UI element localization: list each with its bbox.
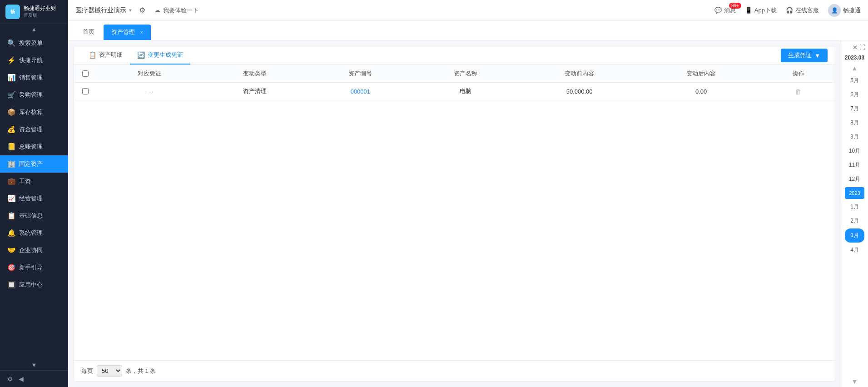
month-1[interactable]: 1月 — [841, 200, 868, 214]
scroll-up-arrow[interactable]: ▲ — [841, 63, 868, 74]
phone-icon: 📱 — [745, 7, 752, 14]
sidebar-item-quicknav[interactable]: ⚡ 快捷导航 — [0, 52, 68, 69]
month-3-active[interactable]: 3月 — [845, 228, 864, 243]
scroll-down-arrow[interactable]: ▼ — [841, 376, 868, 387]
basicinfo-icon: 📋 — [7, 212, 15, 220]
panel-tab1-label: 资产明细 — [99, 51, 123, 59]
col-change-type: 变动类型 — [202, 65, 308, 83]
generate-btn-arrow: ▼ — [814, 52, 820, 59]
month-4[interactable]: 4月 — [841, 243, 868, 257]
enterprise-icon: 🤝 — [7, 246, 15, 254]
panel-tab-asset-detail[interactable]: 📋 资产明细 — [81, 46, 130, 64]
settings-icon[interactable]: ⚙ — [7, 375, 13, 382]
table-row: -- 资产清理 000001 电脑 50,000.00 0.00 🗑 — [74, 83, 835, 100]
message-btn[interactable]: 💬 消息 99+ — [714, 6, 736, 15]
row-asset-no: 000001 — [308, 83, 413, 100]
app-download-label: App下载 — [754, 6, 777, 15]
expand-panel-icon[interactable]: ⛶ — [859, 44, 865, 51]
total-text: 条，共 1 条 — [126, 367, 156, 375]
row-asset-name: 电脑 — [413, 83, 518, 100]
sidebar-item-basicinfo[interactable]: 📋 基础信息 — [0, 207, 68, 224]
purchase-icon: 🛒 — [7, 91, 15, 99]
sidebar-item-ledger[interactable]: 📒 总账管理 — [0, 138, 68, 155]
change-icon: 🔄 — [137, 51, 145, 59]
sales-icon: 📊 — [7, 74, 15, 82]
payroll-icon: 💼 — [7, 177, 15, 185]
header-right: 💬 消息 99+ 📱 App下载 🎧 在线客服 👤 畅捷通 — [714, 4, 861, 17]
logo-icon: 畅 — [5, 5, 20, 19]
quicknav-icon: ⚡ — [7, 56, 15, 64]
panel-tabs: 📋 资产明细 🔄 变更生成凭证 生成凭证 ▼ — [74, 46, 835, 65]
month-2[interactable]: 2月 — [841, 214, 868, 228]
ledger-icon: 📒 — [7, 143, 15, 151]
inventory-icon: 📦 — [7, 108, 15, 116]
logo-edition: 普及版 — [24, 12, 56, 19]
generate-voucher-button[interactable]: 生成凭证 ▼ — [781, 49, 828, 62]
customer-service-btn[interactable]: 🎧 在线客服 — [786, 6, 819, 15]
collapse-icon[interactable]: ◀ — [19, 375, 24, 382]
col-after-change: 变动后内容 — [640, 65, 762, 83]
sidebar-nav: 🔍 搜索菜单 ⚡ 快捷导航 📊 销售管理 🛒 采购管理 📦 库存核算 💰 资金管… — [0, 35, 68, 360]
select-all-checkbox[interactable] — [82, 70, 89, 77]
sidebar-item-purchase[interactable]: 🛒 采购管理 — [0, 86, 68, 104]
message-badge: 99+ — [729, 3, 741, 9]
per-page-select[interactable]: 10 20 50 100 — [97, 365, 122, 377]
user-menu-btn[interactable]: 👤 畅捷通 — [828, 4, 861, 17]
header: 医疗器械行业演示 ▾ ⚙ ☁ 我要体验一下 💬 消息 99+ 📱 App下载 🎧… — [68, 0, 868, 21]
tab-home[interactable]: 首页 — [75, 25, 102, 40]
guide-icon: 🎯 — [7, 263, 15, 272]
main-area: 医疗器械行业演示 ▾ ⚙ ☁ 我要体验一下 💬 消息 99+ 📱 App下载 🎧… — [68, 0, 868, 387]
app-download-btn[interactable]: 📱 App下载 — [745, 6, 777, 15]
sidebar-item-fixedassets[interactable]: 🏢 固定资产 — [0, 155, 68, 173]
panel-tab2-label: 变更生成凭证 — [148, 51, 183, 59]
month-10[interactable]: 10月 — [841, 144, 868, 158]
month-6[interactable]: 6月 — [841, 88, 868, 102]
experience-btn[interactable]: ☁ 我要体验一下 — [154, 6, 198, 15]
sidebar-item-search[interactable]: 🔍 搜索菜单 — [0, 35, 68, 52]
month-list: 5月 6月 7月 8月 9月 10月 11月 12月 2023 1月 2月 3月… — [841, 74, 868, 376]
system-icon: 🔔 — [7, 229, 15, 237]
col-asset-no: 资产编号 — [308, 65, 413, 83]
company-name: 医疗器械行业演示 — [75, 6, 126, 15]
change-table: 对应凭证 变动类型 资产编号 资产名称 变动前内容 变动后内容 操作 — [74, 65, 835, 100]
close-panel-icon[interactable]: ✕ — [853, 44, 858, 51]
sidebar-scroll-down[interactable]: ▼ — [0, 360, 68, 370]
year-tag-2023: 2023 — [845, 187, 864, 199]
sidebar-item-system[interactable]: 🔔 系统管理 — [0, 224, 68, 242]
sidebar-item-fund[interactable]: 💰 资金管理 — [0, 121, 68, 138]
month-5[interactable]: 5月 — [841, 74, 868, 88]
month-12[interactable]: 12月 — [841, 172, 868, 186]
pagination: 每页 10 20 50 100 条，共 1 条 — [74, 360, 835, 381]
month-8[interactable]: 8月 — [841, 116, 868, 130]
sidebar-item-inventory[interactable]: 📦 库存核算 — [0, 104, 68, 121]
sidebar-item-operations[interactable]: 📈 经营管理 — [0, 190, 68, 207]
month-11[interactable]: 11月 — [841, 158, 868, 172]
right-panel: ✕ ⛶ 2023.03 ▲ 5月 6月 7月 8月 9月 10月 11月 12月… — [841, 40, 868, 387]
message-icon: 💬 — [714, 7, 722, 14]
sidebar-item-appcenter[interactable]: 🔲 应用中心 — [0, 276, 68, 293]
sidebar-item-enterprise[interactable]: 🤝 企业协同 — [0, 242, 68, 259]
settings-gear-icon[interactable]: ⚙ — [139, 6, 145, 15]
month-9[interactable]: 9月 — [841, 130, 868, 144]
tab-close-icon[interactable]: × — [140, 30, 143, 35]
delete-icon[interactable]: 🗑 — [795, 88, 802, 95]
avatar: 👤 — [828, 4, 841, 17]
row-checkbox[interactable] — [82, 88, 89, 94]
content-area: 📋 资产明细 🔄 变更生成凭证 生成凭证 ▼ — [68, 40, 868, 387]
sidebar-scroll-up[interactable]: ▲ — [0, 24, 68, 35]
month-7[interactable]: 7月 — [841, 102, 868, 116]
panel-tab-change-voucher[interactable]: 🔄 变更生成凭证 — [130, 46, 190, 64]
sidebar-item-payroll[interactable]: 💼 工资 — [0, 173, 68, 190]
tab-asset-management[interactable]: 资产管理 × — [104, 25, 151, 40]
company-dropdown-arrow[interactable]: ▾ — [129, 7, 132, 13]
row-checkbox-cell — [74, 83, 97, 100]
headset-icon: 🎧 — [786, 7, 793, 14]
customer-service-label: 在线客服 — [795, 6, 819, 15]
table-icon: 📋 — [89, 51, 96, 59]
row-before-change: 50,000.00 — [519, 83, 640, 100]
sidebar-item-sales[interactable]: 📊 销售管理 — [0, 69, 68, 86]
sidebar-item-guide[interactable]: 🎯 新手引导 — [0, 259, 68, 276]
row-action-cell: 🗑 — [762, 83, 835, 100]
sidebar: 畅 畅捷通好业财 普及版 ▲ 🔍 搜索菜单 ⚡ 快捷导航 📊 销售管理 🛒 采购… — [0, 0, 68, 387]
operations-icon: 📈 — [7, 194, 15, 203]
